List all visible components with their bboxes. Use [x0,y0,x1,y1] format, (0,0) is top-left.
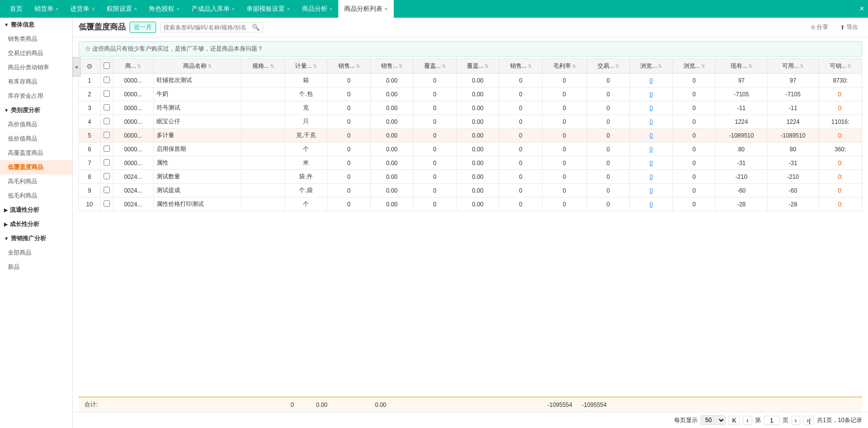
close-icon[interactable]: × [329,6,332,12]
row-code: 0000... [113,156,153,170]
row-checkbox[interactable] [104,118,110,124]
sidebar-item-high-coverage[interactable]: 高覆盖度商品 [0,146,72,160]
row-browse1[interactable]: 0 [630,156,673,170]
col-cover2[interactable]: 覆盖...⇅ [456,59,499,74]
row-margin: 0 [542,129,587,143]
close-icon[interactable]: × [232,6,235,12]
row-browse1[interactable]: 0 [630,198,673,211]
col-sellable[interactable]: 可销...⇅ [819,59,862,74]
select-all-checkbox[interactable] [104,62,110,69]
row-browse1[interactable]: 0 [630,184,673,198]
first-page-button[interactable]: K [729,416,740,425]
row-checkbox[interactable] [104,77,110,83]
sidebar-item-low-margin[interactable]: 低毛利商品 [0,189,72,203]
row-checkbox[interactable] [104,145,110,152]
sidebar-item-all-goods[interactable]: 全部商品 [0,246,72,260]
row-stock1: -60 [716,184,767,198]
row-checkbox[interactable] [104,187,110,193]
close-icon[interactable]: × [384,6,387,12]
row-checkbox[interactable] [104,200,110,207]
col-cover1[interactable]: 覆盖...⇅ [413,59,456,74]
sidebar-collapse-button[interactable]: « [73,57,81,77]
nav-item-purchase[interactable]: 进货单 × [64,0,100,18]
row-browse1[interactable]: 0 [630,101,673,115]
close-icon[interactable]: × [134,6,137,12]
row-checkbox[interactable] [104,173,110,179]
sidebar-item-stock-capital[interactable]: 库存资金占用 [0,89,72,103]
col-stock1[interactable]: 现有...⇅ [716,59,767,74]
nav-item-product-analysis[interactable]: 商品分析 × [296,0,338,18]
sidebar-item-high-margin[interactable]: 高毛利商品 [0,174,72,189]
col-spec[interactable]: 规格...⇅ [242,59,284,74]
row-stock2: -60 [767,184,819,198]
row-spec [242,170,284,184]
col-margin[interactable]: 毛利率⇅ [542,59,587,74]
col-browse2[interactable]: 浏览...⇅ [673,59,715,74]
sidebar-section-marketing[interactable]: ▼ 营销推广分析 [0,231,72,246]
sidebar-item-low-coverage[interactable]: 低覆盖度商品 [0,160,72,174]
sidebar-section-overall[interactable]: ▼ 整体信息 [0,18,72,32]
nav-item-product-analysis-list[interactable]: 商品分析列表 × [338,0,393,18]
sidebar-item-stock-goods[interactable]: 有库存商品 [0,75,72,89]
row-browse1[interactable]: 0 [630,170,673,184]
sidebar-item-category-turnover[interactable]: 商品分类动销率 [0,60,72,75]
close-icon[interactable]: × [176,6,179,12]
sidebar-item-high-value[interactable]: 高价值商品 [0,117,72,132]
row-spec [242,184,284,198]
row-checkbox[interactable] [104,90,110,97]
row-checkbox[interactable] [104,132,110,138]
row-sellable: 0: [819,129,862,143]
col-settings[interactable]: ⚙ [79,59,101,74]
close-icon[interactable]: × [55,6,58,12]
prev-page-button[interactable]: ‹ [743,416,752,425]
row-checkbox[interactable] [104,159,110,166]
sidebar-section-liquidity[interactable]: ▶ 流通性分析 [0,203,72,217]
last-page-button[interactable]: ›| [803,416,814,425]
col-sales1[interactable]: 销售...⇅ [327,59,370,74]
per-page-select[interactable]: 50 100 200 [701,415,726,425]
sidebar-item-sales-goods[interactable]: 销售类商品 [0,32,72,46]
row-browse1[interactable]: 0 [630,74,673,87]
sidebar-section-growth[interactable]: ▶ 成长性分析 [0,217,72,231]
nav-item-sales[interactable]: 销货单 × [28,0,64,18]
row-checkbox[interactable] [104,104,110,111]
col-unit[interactable]: 计量...⇅ [284,59,327,74]
row-sales2: 0.00 [370,115,413,129]
col-sales3[interactable]: 销售...⇅ [499,59,542,74]
sidebar-item-traded-goods[interactable]: 交易过的商品 [0,46,72,60]
col-sales2[interactable]: 销售...⇅ [370,59,413,74]
filter-button[interactable]: 近一月 [130,22,156,33]
col-code[interactable]: 商...⇅ [113,59,153,74]
export-button[interactable]: ⬆ 导出 [836,22,862,33]
row-code: 0000... [113,101,153,115]
col-stock2[interactable]: 可用...⇅ [767,59,819,74]
col-browse1[interactable]: 浏览...⇅ [630,59,673,74]
close-all-button[interactable]: × [860,4,864,13]
footer-sales2: 0.00 [307,401,336,408]
row-browse1[interactable]: 0 [630,87,673,101]
share-button[interactable]: ⎘ 分享 [808,22,832,33]
sidebar-item-low-value[interactable]: 低价值商品 [0,132,72,146]
row-browse1[interactable]: 0 [630,143,673,156]
row-name: 多计量 [153,129,242,143]
nav-item-template[interactable]: 单据模板设置 × [241,0,296,18]
col-trade[interactable]: 交易...⇅ [587,59,629,74]
sidebar-section-category[interactable]: ▼ 类别度分析 [0,103,72,117]
row-cover2: 0.00 [456,198,499,211]
page-number-input[interactable] [764,416,780,425]
search-input[interactable] [163,24,252,31]
nav-item-permissions[interactable]: 权限设置 × [101,0,143,18]
row-sales3: 0 [499,198,542,211]
close-icon[interactable]: × [91,6,94,12]
nav-item-home[interactable]: 首页 [4,0,28,18]
nav-item-role[interactable]: 角色授权 × [143,0,185,18]
close-icon[interactable]: × [287,6,290,12]
sidebar-item-new-goods[interactable]: 新品 [0,260,72,274]
col-name[interactable]: 商品名称⇅ [153,59,242,74]
nav-item-product-storage[interactable]: 产成品入库单 × [186,0,241,18]
row-margin: 0 [542,74,587,87]
row-browse1[interactable]: 0 [630,115,673,129]
row-browse2: 0 [673,198,715,211]
next-page-button[interactable]: › [791,416,800,425]
row-browse1[interactable]: 0 [630,129,673,143]
